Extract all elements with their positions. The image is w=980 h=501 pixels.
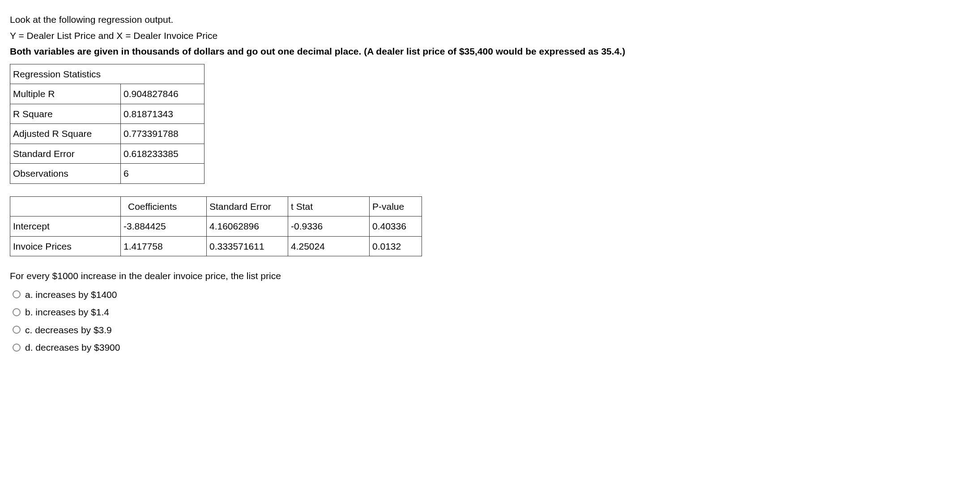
table-header-row: Regression Statistics xyxy=(10,64,205,84)
table-header-row: Coefficients Standard Error t Stat P-val… xyxy=(10,196,422,217)
table-row: Observations 6 xyxy=(10,164,205,184)
stat-label: Standard Error xyxy=(10,144,121,164)
option-a[interactable]: a. increases by $1400 xyxy=(13,288,970,302)
table-row: R Square 0.81871343 xyxy=(10,104,205,124)
table-row: Multiple R 0.904827846 xyxy=(10,84,205,104)
radio-icon xyxy=(13,290,21,298)
intro-line-2: Y = Dealer List Price and X = Dealer Inv… xyxy=(10,29,970,43)
option-label: a. increases by $1400 xyxy=(25,288,117,302)
stat-label: Multiple R xyxy=(10,84,121,104)
radio-icon xyxy=(13,344,21,352)
se-value: 0.333571611 xyxy=(207,236,288,256)
question-text: For every $1000 increase in the dealer i… xyxy=(10,269,970,283)
question-intro: Look at the following regression output.… xyxy=(10,13,970,59)
intro-line-1: Look at the following regression output. xyxy=(10,13,970,27)
answer-options: a. increases by $1400 b. increases by $1… xyxy=(10,288,970,355)
radio-icon xyxy=(13,326,21,334)
regression-statistics-table: Regression Statistics Multiple R 0.90482… xyxy=(10,64,205,184)
table-row: Intercept -3.884425 4.16062896 -0.9336 0… xyxy=(10,217,422,237)
option-b[interactable]: b. increases by $1.4 xyxy=(13,305,970,319)
stats-header: Regression Statistics xyxy=(10,64,205,84)
tstat-value: -0.9336 xyxy=(288,217,370,237)
coef-row-name: Invoice Prices xyxy=(10,236,121,256)
col-header: Standard Error xyxy=(207,196,288,217)
pvalue: 0.40336 xyxy=(370,217,422,237)
pvalue: 0.0132 xyxy=(370,236,422,256)
option-label: c. decreases by $3.9 xyxy=(25,323,112,337)
col-header xyxy=(10,196,121,217)
stat-label: R Square xyxy=(10,104,121,124)
stat-value: 6 xyxy=(121,164,205,184)
stat-value: 0.618233385 xyxy=(121,144,205,164)
tstat-value: 4.25024 xyxy=(288,236,370,256)
coef-value: -3.884425 xyxy=(121,217,207,237)
table-row: Invoice Prices 1.417758 0.333571611 4.25… xyxy=(10,236,422,256)
option-label: b. increases by $1.4 xyxy=(25,305,109,319)
coef-row-name: Intercept xyxy=(10,217,121,237)
table-row: Adjusted R Square 0.773391788 xyxy=(10,124,205,144)
intro-line-3: Both variables are given in thousands of… xyxy=(10,44,970,59)
stat-value: 0.904827846 xyxy=(121,84,205,104)
table-row: Standard Error 0.618233385 xyxy=(10,144,205,164)
option-d[interactable]: d. decreases by $3900 xyxy=(13,340,970,355)
stat-label: Observations xyxy=(10,164,121,184)
stat-value: 0.773391788 xyxy=(121,124,205,144)
option-label: d. decreases by $3900 xyxy=(25,340,120,355)
col-header: t Stat xyxy=(288,196,370,217)
coef-value: 1.417758 xyxy=(121,236,207,256)
coefficients-table: Coefficients Standard Error t Stat P-val… xyxy=(10,196,422,257)
stat-value: 0.81871343 xyxy=(121,104,205,124)
col-header: Coefficients xyxy=(121,196,207,217)
radio-icon xyxy=(13,308,21,316)
option-c[interactable]: c. decreases by $3.9 xyxy=(13,323,970,337)
stat-label: Adjusted R Square xyxy=(10,124,121,144)
col-header: P-value xyxy=(370,196,422,217)
se-value: 4.16062896 xyxy=(207,217,288,237)
